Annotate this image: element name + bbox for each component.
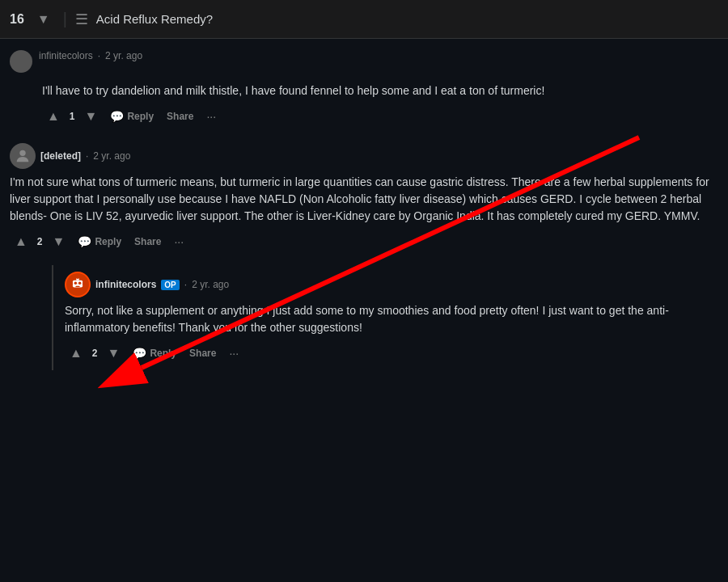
comment-3: infinitecolors OP · 2 yr. ago Sorry, not… <box>52 265 728 370</box>
vote-score: 16 <box>10 12 24 27</box>
comment-3-reply-label: Reply <box>150 348 176 359</box>
comment-3-share-button[interactable]: Share <box>184 344 221 362</box>
comment-2-reply-button[interactable]: 💬 Reply <box>73 232 126 251</box>
comment-1-body: I'll have to try dandelion and milk this… <box>42 82 718 99</box>
comment-2-avatar <box>10 143 36 169</box>
comment-3-more-button[interactable]: ··· <box>224 344 243 363</box>
comment-1-more-button[interactable]: ··· <box>201 107 221 126</box>
comment-2-body: I'm not sure what tons of turmeric means… <box>10 174 718 225</box>
comment-3-reply-icon: 💬 <box>133 347 146 360</box>
comment-3-timestamp: 2 yr. ago <box>192 279 229 290</box>
partial-timestamp: 2 yr. ago <box>105 50 142 61</box>
comment-3-avatar <box>65 272 91 297</box>
comment-3-vote-count: 2 <box>91 348 99 359</box>
partial-meta: infinitecolors · 2 yr. ago <box>39 50 142 61</box>
top-bar: 16 ▼ | ☰ Acid Reflux Remedy? <box>0 0 728 39</box>
comment-1-reply-button[interactable]: 💬 Reply <box>105 107 159 126</box>
comment-3-op-badge: OP <box>161 280 179 290</box>
topbar-divider: | <box>63 10 67 28</box>
comment-1-share-label: Share <box>167 111 193 122</box>
svg-point-4 <box>78 282 82 285</box>
topbar-downvote-button[interactable]: ▼ <box>32 9 55 30</box>
comment-3-downvote[interactable]: ▼ <box>103 343 125 364</box>
comment-2-timestamp: 2 yr. ago <box>93 150 130 162</box>
topbar-list-icon: ☰ <box>75 11 88 28</box>
svg-point-3 <box>74 282 78 285</box>
comment-3-reply-button[interactable]: 💬 Reply <box>128 344 181 363</box>
comment-3-actions: ▲ 2 ▼ 💬 Reply Share ··· <box>65 343 718 364</box>
comment-3-share-label: Share <box>189 348 216 359</box>
page-container: 16 ▼ | ☰ Acid Reflux Remedy? infinitecol… <box>0 0 728 377</box>
svg-rect-8 <box>70 282 73 285</box>
comment-2-actions: ▲ 2 ▼ 💬 Reply Share ··· <box>10 231 718 252</box>
comment-2-username: [deleted] <box>40 150 81 162</box>
comment-2-downvote[interactable]: ▼ <box>48 231 70 252</box>
comment-3-body: Sorry, not like a supplement or anything… <box>65 302 718 336</box>
dot-sep-2: · <box>86 150 88 162</box>
partial-avatar <box>10 50 32 73</box>
comment-1: I'll have to try dandelion and milk this… <box>0 76 728 133</box>
partial-comment-meta: infinitecolors · 2 yr. ago <box>39 50 142 65</box>
comment-3-header: infinitecolors OP · 2 yr. ago <box>65 272 718 297</box>
comment-1-reply-label: Reply <box>127 111 154 122</box>
comment-1-vote-count: 1 <box>68 111 77 122</box>
comments-section: infinitecolors · 2 yr. ago I'll have to … <box>0 39 728 377</box>
svg-point-0 <box>19 150 25 156</box>
svg-rect-5 <box>75 286 79 287</box>
comment-3-upvote[interactable]: ▲ <box>65 343 87 364</box>
comment-2-upvote[interactable]: ▲ <box>10 231 32 252</box>
svg-rect-9 <box>83 282 85 285</box>
comment-2-more-button[interactable]: ··· <box>169 232 188 251</box>
comment-2-reply-icon: 💬 <box>78 235 91 248</box>
comment-1-reply-icon: 💬 <box>110 110 124 123</box>
svg-point-7 <box>77 277 78 279</box>
comment-1-upvote[interactable]: ▲ <box>42 106 65 127</box>
comment-2-share-button[interactable]: Share <box>129 233 166 251</box>
comment-2-header: [deleted] · 2 yr. ago <box>10 143 718 169</box>
partial-comment: infinitecolors · 2 yr. ago <box>0 45 728 76</box>
comment-2-share-label: Share <box>134 236 161 247</box>
comment-2-vote-count: 2 <box>36 236 44 247</box>
dot-sep-partial: · <box>98 50 100 61</box>
comment-1-share-button[interactable]: Share <box>162 108 198 125</box>
partial-username: infinitecolors <box>39 50 93 61</box>
comment-3-username: infinitecolors <box>95 279 156 290</box>
comment-2-reply-label: Reply <box>95 236 121 247</box>
comment-1-actions: ▲ 1 ▼ 💬 Reply Share ··· <box>42 106 718 127</box>
comment-1-downvote[interactable]: ▼ <box>80 106 103 127</box>
dot-sep-3: · <box>184 279 187 290</box>
post-title: Acid Reflux Remedy? <box>96 12 213 26</box>
comment-2: [deleted] · 2 yr. ago I'm not sure what … <box>0 133 728 259</box>
